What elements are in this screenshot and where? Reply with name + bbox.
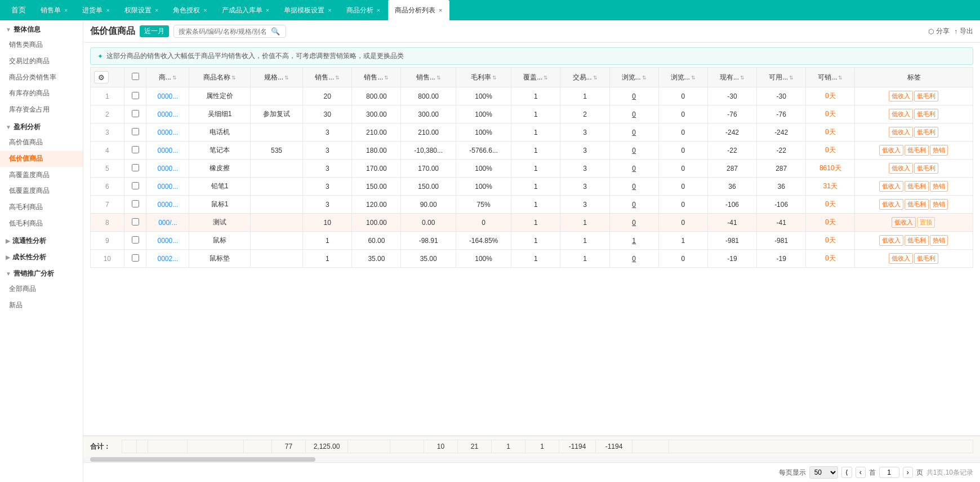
page-input[interactable]	[879, 467, 899, 478]
close-icon-0[interactable]: ×	[64, 7, 68, 14]
sidebar-item-stock-goods[interactable]: 有库存的商品	[0, 85, 83, 101]
cell-view1[interactable]: 0	[609, 250, 658, 268]
sort-icon-name[interactable]: ⇅	[231, 75, 236, 81]
view-link[interactable]: 0	[632, 165, 636, 173]
sidebar-item-traded-goods[interactable]: 交易过的商品	[0, 53, 83, 69]
view-link[interactable]: 0	[632, 147, 636, 154]
sort-icon-qty[interactable]: ⇅	[335, 75, 340, 81]
cell-view1[interactable]: 0	[609, 105, 658, 123]
sidebar-item-low-coverage[interactable]: 低覆盖度商品	[0, 183, 83, 199]
nav-item-2[interactable]: 权限设置 ×	[118, 0, 165, 20]
sort-icon-saleable[interactable]: ⇅	[838, 75, 843, 81]
select-all-checkbox[interactable]	[132, 73, 139, 80]
nav-home[interactable]: 首页	[5, 0, 33, 20]
view-link[interactable]: 0	[632, 129, 636, 136]
close-icon-7[interactable]: ×	[439, 7, 442, 14]
cell-check[interactable]	[124, 87, 146, 105]
sort-icon-spec[interactable]: ⇅	[284, 75, 289, 81]
row-checkbox[interactable]	[132, 182, 139, 189]
sidebar-item-all-goods[interactable]: 全部商品	[0, 281, 83, 297]
nav-item-6[interactable]: 商品分析 ×	[340, 0, 387, 20]
cell-check[interactable]	[124, 196, 146, 214]
sort-icon-view2[interactable]: ⇅	[691, 75, 696, 81]
cell-check[interactable]	[124, 160, 146, 178]
share-button[interactable]: ⬡ 分享	[928, 26, 950, 36]
sort-icon-current[interactable]: ⇅	[740, 75, 745, 81]
cell-check[interactable]	[124, 123, 146, 141]
gear-button[interactable]: ⚙	[94, 71, 109, 83]
sidebar-item-stock-fund[interactable]: 库存资金占用	[0, 101, 83, 118]
next-page-button[interactable]: ›	[903, 467, 913, 478]
nav-item-7[interactable]: 商品分析列表 ×	[388, 0, 449, 20]
view-link[interactable]: 0	[632, 92, 636, 100]
nav-item-3[interactable]: 角色授权 ×	[166, 0, 213, 20]
cell-view1[interactable]: 0	[609, 87, 658, 105]
view-link[interactable]: 0	[632, 183, 636, 191]
cell-check[interactable]	[124, 232, 146, 250]
sort-icon-price[interactable]: ⇅	[436, 75, 441, 81]
nav-item-4[interactable]: 产成品入库单 ×	[215, 0, 276, 20]
close-icon-3[interactable]: ×	[203, 7, 207, 14]
close-icon-1[interactable]: ×	[106, 7, 109, 14]
cell-view1[interactable]: 0	[609, 196, 658, 214]
sort-icon-trade[interactable]: ⇅	[593, 75, 598, 81]
cell-view1[interactable]: 0	[609, 178, 658, 196]
row-checkbox[interactable]	[132, 110, 139, 117]
sort-icon-gross[interactable]: ⇅	[492, 75, 497, 81]
row-checkbox[interactable]	[132, 218, 139, 225]
cell-view1[interactable]: 0	[609, 214, 658, 232]
sort-icon-code[interactable]: ⇅	[172, 75, 177, 81]
sidebar-group-flow[interactable]: ▶ 流通性分析	[0, 232, 83, 248]
row-checkbox[interactable]	[132, 236, 139, 244]
row-checkbox[interactable]	[132, 254, 139, 262]
export-button[interactable]: ↑ 导出	[954, 26, 973, 36]
cell-view1[interactable]: 0	[609, 141, 658, 160]
row-checkbox[interactable]	[132, 92, 139, 99]
row-checkbox[interactable]	[132, 200, 139, 207]
cell-check[interactable]	[124, 250, 146, 268]
nav-item-0[interactable]: 销售单 ×	[34, 0, 74, 20]
sidebar-item-sales-goods[interactable]: 销售类商品	[0, 37, 83, 53]
sidebar-item-category-rate[interactable]: 商品分类销售率	[0, 69, 83, 86]
cell-check[interactable]	[124, 141, 146, 160]
col-check[interactable]	[124, 68, 146, 87]
sidebar-group-marketing[interactable]: ▼ 营销推广分析	[0, 264, 83, 281]
cell-view1[interactable]: 0	[609, 123, 658, 141]
sort-icon-coverage[interactable]: ⇅	[544, 75, 548, 81]
search-input[interactable]	[179, 28, 269, 36]
sidebar-item-high-margin[interactable]: 高毛利商品	[0, 199, 83, 215]
prev-page-button[interactable]: ‹	[856, 467, 866, 478]
sidebar-group-growth[interactable]: ▶ 成长性分析	[0, 248, 83, 264]
cell-check[interactable]	[124, 214, 146, 232]
cell-check[interactable]	[124, 105, 146, 123]
row-checkbox[interactable]	[132, 128, 139, 135]
page-size-select[interactable]: 50 100 200	[809, 466, 838, 479]
view-link[interactable]: 0	[632, 201, 636, 209]
badge-recent[interactable]: 近一月	[140, 25, 169, 37]
sidebar-item-high-coverage[interactable]: 高覆盖度商品	[0, 167, 83, 183]
close-icon-6[interactable]: ×	[377, 7, 380, 14]
cell-check[interactable]	[124, 178, 146, 196]
sidebar-group-profit[interactable]: ▼ 盈利分析	[0, 118, 83, 134]
sidebar-item-low-margin[interactable]: 低毛利商品	[0, 215, 83, 232]
search-icon[interactable]: 🔍	[271, 27, 280, 36]
nav-item-5[interactable]: 单据模板设置 ×	[277, 0, 338, 20]
close-icon-4[interactable]: ×	[266, 7, 269, 14]
sort-icon-view1[interactable]: ⇅	[642, 75, 647, 81]
col-settings[interactable]: ⚙	[91, 68, 124, 87]
sidebar-group-overall[interactable]: ▼ 整体信息	[0, 20, 83, 37]
view-link[interactable]: 0	[632, 219, 636, 227]
sidebar-item-high-value[interactable]: 高价值商品	[0, 134, 83, 151]
cell-view1[interactable]: 1	[609, 232, 658, 250]
close-icon-2[interactable]: ×	[155, 7, 158, 14]
sort-icon-amt[interactable]: ⇅	[384, 75, 389, 81]
sidebar-item-new-goods[interactable]: 新品	[0, 297, 83, 313]
sort-icon-available[interactable]: ⇅	[789, 75, 794, 81]
horizontal-scrollbar[interactable]	[90, 457, 315, 462]
first-page-button[interactable]: ⟨	[841, 467, 852, 478]
cell-view1[interactable]: 0	[609, 160, 658, 178]
view-link[interactable]: 1	[632, 237, 636, 245]
view-link[interactable]: 0	[632, 255, 636, 263]
nav-item-1[interactable]: 进货单 ×	[75, 0, 116, 20]
view-link[interactable]: 0	[632, 110, 636, 118]
